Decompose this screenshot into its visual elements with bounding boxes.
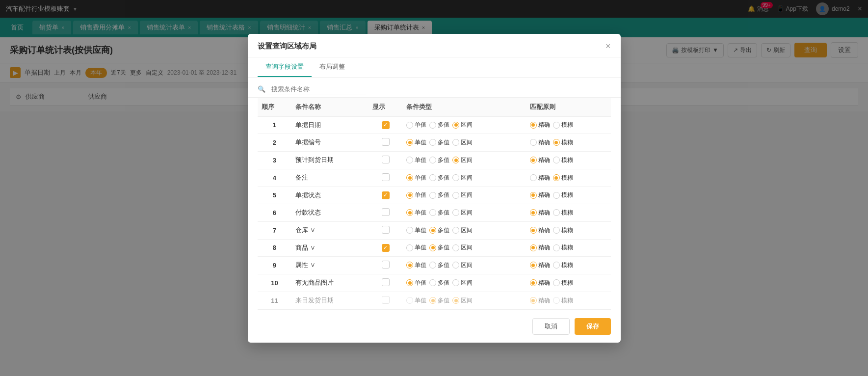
- tab-query-fields[interactable]: 查询字段设置: [258, 57, 312, 77]
- modal-overlay: 设置查询区域布局 × 查询字段设置 布局调整 🔍 顺序 条件名称: [0, 0, 868, 111]
- modal-close-button[interactable]: ×: [605, 42, 611, 51]
- tab-layout-adjust[interactable]: 布局调整: [312, 57, 353, 77]
- col-header-type: 条件类型: [402, 98, 526, 112]
- col-header-display: 显示: [368, 98, 403, 112]
- search-icon: 🔍: [258, 85, 265, 93]
- modal-header: 设置查询区域布局 ×: [248, 34, 621, 57]
- modal-title: 设置查询区域布局: [258, 42, 316, 51]
- modal-search-area: 🔍: [248, 78, 621, 98]
- modal-dialog: 设置查询区域布局 × 查询字段设置 布局调整 🔍 顺序 条件名称: [248, 34, 621, 112]
- col-header-name: 条件名称: [291, 98, 368, 112]
- col-header-match: 匹配原则: [526, 98, 611, 112]
- modal-table-wrap: 顺序 条件名称 显示 条件类型 匹配原则 1单据日期单值多值区间精确模糊2单据编…: [248, 98, 621, 112]
- condition-search-input[interactable]: [267, 83, 366, 95]
- conditions-table: 顺序 条件名称 显示 条件类型 匹配原则 1单据日期单值多值区间精确模糊2单据编…: [258, 98, 611, 112]
- col-header-index: 顺序: [258, 98, 292, 112]
- modal-tabs: 查询字段设置 布局调整: [248, 57, 621, 78]
